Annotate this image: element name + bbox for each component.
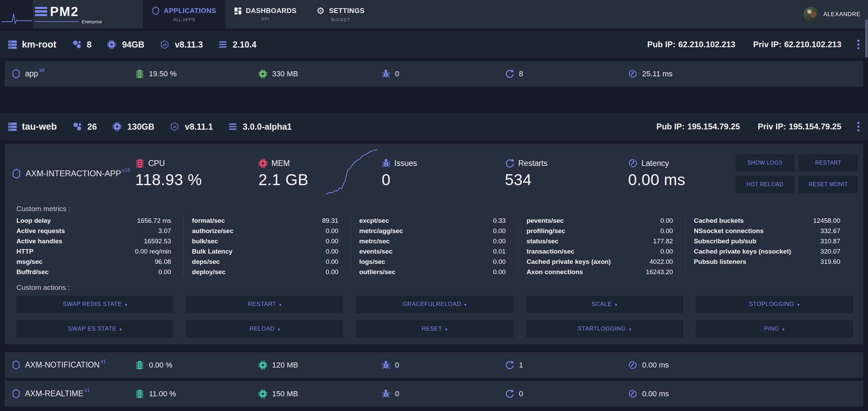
metric-row: msg/sec96.08: [16, 257, 171, 267]
list-lines-icon: [219, 41, 227, 48]
instance-count: x1: [101, 358, 106, 364]
process-name: AXM-NOTIFICATION: [25, 360, 100, 370]
server-icon: [8, 122, 17, 131]
server-header-km-root: km-root 8 94GB v8.11.3 2.10.4 Pub IP:62.…: [0, 31, 868, 58]
latency-value: 0.00 ms: [628, 360, 863, 370]
restarts-stat: Restarts 534: [505, 158, 628, 189]
metric-row: metrc/sec0.00: [359, 236, 506, 246]
hexagon-icon: [152, 6, 159, 15]
user-menu[interactable]: ALEXANDRE: [804, 0, 868, 28]
chevron-down-icon: ▾: [782, 327, 784, 332]
metric-row: excpt/sec0.33: [359, 216, 506, 226]
server-header-tau-web: tau-web 26 130GB v8.11.1 3.0.0-alpha1 Pu…: [0, 113, 868, 140]
memory-usage: 330 MB: [258, 69, 382, 78]
heartbeat-icon: [0, 0, 33, 28]
server-memory: 130GB: [113, 122, 154, 132]
metric-row: Active requests3.07: [16, 226, 171, 236]
server-name: tau-web: [22, 121, 57, 132]
server-node-version: v8.11.1: [170, 122, 213, 132]
tab-applications[interactable]: APPLICATIONS ALL APPS: [143, 0, 225, 28]
brand-underline: [35, 21, 79, 22]
chevron-down-icon: ▾: [445, 327, 448, 332]
dashboard-icon: [234, 7, 242, 15]
kebab-menu-icon[interactable]: [857, 121, 860, 132]
chip-icon: [107, 40, 116, 49]
action-stoplogging[interactable]: STOPLOGGING▾: [696, 296, 853, 313]
scrollbar-thumb[interactable]: [865, 20, 868, 57]
action-ping[interactable]: PING▾: [696, 320, 853, 337]
restarts-count: 8: [505, 69, 628, 78]
action-swap-es-state[interactable]: SWAP ES STATE▾: [16, 320, 174, 337]
process-row-app[interactable]: app x8 19.50 % 330 MB 0 8 25.11 ms: [5, 61, 863, 87]
custom-metrics-title: Custom metrics :: [16, 205, 863, 213]
metric-row: format/sec89.31: [192, 216, 339, 226]
issues-value: 0: [382, 171, 505, 189]
action-startlogging[interactable]: STARTLOGGING▾: [526, 320, 683, 337]
server-cpu-count: 8: [72, 40, 92, 50]
avatar: [804, 7, 819, 22]
metric-row: transaction/sec0.00: [526, 246, 673, 257]
custom-actions-title: Custom actions :: [16, 283, 863, 292]
action-restart[interactable]: RESTART▾: [186, 296, 343, 313]
restarts-value: 534: [505, 171, 628, 189]
process-name: AXM-INTERACTION-APP: [26, 169, 121, 178]
memory-icon: [258, 389, 267, 398]
app-hexagon-icon: [12, 360, 20, 370]
action-scale[interactable]: SCALE▾: [526, 296, 683, 313]
action-reset[interactable]: RESET▾: [356, 320, 513, 337]
memory-icon: [258, 159, 268, 168]
tab-sublabel: KPI: [261, 16, 269, 22]
cpu-usage: 11.00 %: [135, 389, 258, 398]
pm2-bars-icon: [35, 7, 47, 16]
issues-count: 0: [382, 389, 505, 398]
pm2-logo[interactable]: PM2 Enterprise: [33, 0, 143, 28]
process-name: AXM-REALTIME: [25, 389, 84, 398]
action-reload[interactable]: RELOAD▾: [186, 320, 343, 337]
process-row-axm-realtime[interactable]: AXM-REALTIME x1 11.00 % 150 MB 0 0 0.00 …: [5, 381, 863, 407]
restart-icon: [505, 69, 514, 78]
kebab-menu-icon[interactable]: [857, 39, 860, 50]
metric-row: Cached private keys (nssocket)320.07: [694, 246, 840, 257]
issues-count: 0: [382, 360, 505, 370]
user-name: ALEXANDRE: [824, 11, 860, 18]
tab-label: APPLICATIONS: [164, 7, 216, 15]
restarts-count: 0: [505, 389, 628, 398]
bug-icon: [382, 158, 391, 168]
server-node-version: v8.11.3: [160, 40, 203, 50]
metric-row: Cached buckets12458.00: [694, 216, 840, 226]
metric-row: bulk/sec0.00: [192, 236, 339, 246]
chevron-down-icon: ▾: [279, 302, 282, 307]
gauge-icon: [628, 69, 637, 78]
sparkline-chart: [325, 149, 380, 197]
action-swap-redis-state[interactable]: SWAP REDIS STATE▾: [16, 296, 174, 313]
instance-count: x8: [39, 67, 44, 73]
chevron-down-icon: ▾: [464, 302, 467, 307]
hot-reload-button[interactable]: HOT RELOAD: [736, 176, 794, 193]
chevron-down-icon: ▾: [615, 302, 617, 307]
server-name: km-root: [22, 39, 56, 50]
brand-subtitle: Enterprise: [82, 19, 102, 24]
issues-count: 0: [382, 69, 505, 78]
app-hexagon-icon: [12, 168, 21, 179]
metric-row: deploy/sec0.00: [192, 267, 339, 277]
cpu-stat: CPU 118.93 %: [135, 159, 258, 189]
process-row-axm-notification[interactable]: AXM-NOTIFICATION x1 0.00 % 120 MB 0 1 0.…: [5, 352, 863, 378]
restart-icon: [505, 360, 514, 370]
tab-dashboards[interactable]: DASHBOARDS KPI: [225, 0, 305, 28]
restart-button[interactable]: RESTART: [799, 154, 858, 171]
bug-icon: [382, 69, 390, 78]
reset-monit-button[interactable]: RESET MONIT: [799, 176, 858, 193]
server-memory: 94GB: [107, 40, 144, 50]
latency-value: 25.11 ms: [628, 69, 863, 78]
show-logs-button[interactable]: SHOW LOGS: [736, 154, 794, 171]
metric-row: Buffrd/sec0.00: [16, 267, 171, 277]
pub-ip: Pub IP:195.154.79.25: [656, 122, 740, 131]
tab-settings[interactable]: ⚙ SETTINGS BUCKET: [305, 0, 375, 28]
priv-ip: Priv IP:195.154.79.25: [758, 122, 841, 131]
gauge-icon: [628, 360, 637, 370]
latency-stat: Latency 0.00 ms: [628, 158, 734, 189]
metric-row: events/sec0.01: [359, 246, 506, 257]
action-gracefulreload[interactable]: GRACEFULRELOAD▾: [356, 296, 513, 313]
pub-ip: Pub IP:62.210.102.213: [647, 40, 736, 49]
chevron-down-icon: ▾: [797, 302, 800, 307]
